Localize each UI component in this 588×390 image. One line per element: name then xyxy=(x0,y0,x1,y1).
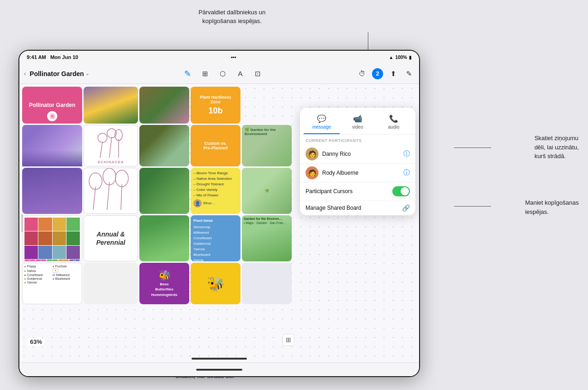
battery-icon: ▮ xyxy=(409,55,412,60)
rody-info-icon[interactable]: ⓘ xyxy=(403,169,410,177)
message-tab-icon: 💬 xyxy=(317,114,326,123)
annotation-right-bottom: Maniet kopīgošanasiespējas. xyxy=(525,198,579,216)
status-bar: 9:41 AM Mon Jun 10 ••• ▲ 100% ▮ xyxy=(19,51,419,64)
card-garden-env-mid: 🌿 xyxy=(242,168,292,214)
video-tab-icon: 📹 xyxy=(353,114,362,123)
card-annual-perennial: Annual &Perennial xyxy=(84,215,138,261)
clock-icon[interactable]: ⏱ xyxy=(356,68,367,79)
annotate-icon[interactable]: ✎ xyxy=(182,68,193,79)
card-echinacea-sketch: ECHINACEA xyxy=(84,125,138,166)
card-flowers-photo xyxy=(139,87,189,124)
status-time: 9:41 AM Mon Jun 10 xyxy=(27,54,78,60)
title-text: Pollinator Garden xyxy=(30,70,84,77)
toolbar: ‹ Pollinator Garden ⌄ ✎ ⊞ ⬡ A ⊡ ⏱ 2 xyxy=(19,64,419,84)
ann-line-right-bottom xyxy=(454,206,491,207)
danny-name: Danny Rico xyxy=(322,151,400,157)
cursors-label: Participant Cursors xyxy=(306,188,389,195)
card-butterfly-photo xyxy=(84,87,138,124)
annotation-right-top-text: Skatiet ziņojumudēli, lai uzzinātu,kurš … xyxy=(534,135,579,160)
message-tab-label: message xyxy=(312,124,331,130)
people-icon[interactable]: 2 xyxy=(372,68,383,79)
photo-icon[interactable]: ⊡ xyxy=(252,68,263,79)
card-garden-photo-3 xyxy=(139,215,189,261)
panel-tabs: 💬 message 📹 video 📞 audio xyxy=(300,108,415,135)
rody-name: Rody Albuerne xyxy=(322,170,400,176)
tab-audio[interactable]: 📞 audio xyxy=(376,112,412,134)
annotation-right-top: Skatiet ziņojumudēli, lai uzzinātu,kurš … xyxy=(534,134,579,161)
svg-line-6 xyxy=(93,187,96,210)
document-title[interactable]: Pollinator Garden ⌄ xyxy=(30,70,89,77)
annotation-top: Pārvaldiet dalībniekus unkopīgošanas ies… xyxy=(198,8,265,26)
board-content[interactable]: Pollinator Garden 🌸 Plant Hardiness xyxy=(22,87,300,349)
card-garden-env-top: 🌿 Garden for the Environment xyxy=(242,125,292,166)
grid-layout-icon: ⊞ xyxy=(286,336,291,343)
participants-panel: 💬 message 📹 video 📞 audio xyxy=(300,108,415,215)
bottom-bar xyxy=(19,362,419,376)
participant-rody: 🧑 Rody Albuerne ⓘ xyxy=(300,164,415,183)
grid-icon[interactable]: ⊞ xyxy=(199,68,210,79)
card-pollinator-title: Pollinator Garden 🌸 xyxy=(22,87,82,124)
danny-avatar: 🧑 xyxy=(306,148,318,160)
toolbar-center-icons: ✎ ⊞ ⬡ A ⊡ xyxy=(93,68,353,79)
svg-line-0 xyxy=(100,142,102,158)
annotation-right-bottom-text: Maniet kopīgošanasiespējas. xyxy=(525,199,579,215)
outer-background: Pārvaldiet dalībniekus unkopīgošanas ies… xyxy=(0,0,588,390)
back-button[interactable]: ‹ xyxy=(24,70,26,77)
card-row5-col2 xyxy=(84,263,138,304)
tab-message[interactable]: 💬 message xyxy=(304,112,340,134)
zoom-percent: 63% xyxy=(28,338,44,346)
card-garden-env-full: Garden for the Environ… • Maps · Garden … xyxy=(242,215,292,261)
card-bee-photo: 🐝 xyxy=(191,263,240,304)
card-color-chart: P F S C M xyxy=(22,215,82,261)
card-echinacea-cont xyxy=(84,168,138,214)
card-plant-items: ●Poppy ●Fuchsia ●Salvia ★ ●Coneflower MM… xyxy=(22,263,82,304)
title-chevron: ⌄ xyxy=(85,71,89,76)
card-garden-photo xyxy=(139,125,189,166)
svg-line-2 xyxy=(109,137,112,158)
card-hardiness: Plant Hardiness Zone 10b xyxy=(191,87,240,124)
status-right: ▲ 100% ▮ xyxy=(389,55,412,60)
sketch-svg xyxy=(91,128,132,160)
zone-value: 10b xyxy=(208,106,222,116)
ann-line-right-top xyxy=(454,148,491,148)
wifi-icon: ▲ xyxy=(389,55,394,60)
shape-icon[interactable]: ⬡ xyxy=(217,68,228,79)
participant-cursors-row: Participant Cursors xyxy=(300,183,415,201)
ipad-device: 9:41 AM Mon Jun 10 ••• ▲ 100% ▮ ‹ xyxy=(18,50,420,377)
grid-layout-button[interactable]: ⊞ xyxy=(282,334,294,346)
tab-video[interactable]: 📹 video xyxy=(340,112,376,134)
svg-point-1 xyxy=(98,133,107,142)
svg-line-7 xyxy=(107,182,109,210)
echinacea-label: ECHINACEA xyxy=(98,160,124,164)
manage-share-icon: 🔗 xyxy=(402,204,410,212)
pollinator-avatar: 🌸 xyxy=(47,111,57,121)
manage-shared-board-row[interactable]: Manage Shared Board 🔗 xyxy=(300,201,415,215)
svg-line-8 xyxy=(121,184,122,210)
color-grid xyxy=(24,218,80,259)
card-garden-photo-2 xyxy=(139,168,189,214)
toolbar-right-icons: ⏱ 2 ⬆ ✎ xyxy=(356,68,414,79)
danny-info-icon[interactable]: ⓘ xyxy=(403,150,410,158)
participant-danny: 🧑 Danny Rico ⓘ xyxy=(300,145,415,164)
annotation-top-text: Pārvaldiet dalībniekus unkopīgošanas ies… xyxy=(198,9,265,24)
cursors-toggle[interactable] xyxy=(392,186,410,196)
back-chevron: ‹ xyxy=(24,70,26,77)
canvas-area: Pollinator Garden 🌸 Plant Hardiness xyxy=(19,84,419,362)
drag-handle[interactable] xyxy=(21,214,23,232)
participants-section-label: CURRENT PARTICIPANTS xyxy=(300,135,415,145)
status-time-text: 9:41 AM xyxy=(27,54,46,60)
battery-text: 100% xyxy=(395,55,407,60)
annual-text: Annual &Perennial xyxy=(96,230,125,247)
video-tab-label: video xyxy=(352,124,363,130)
card-bloom-list: – Bloom Time Range – Native Area Selecti… xyxy=(191,168,240,214)
ipad-screen: 9:41 AM Mon Jun 10 ••• ▲ 100% ▮ ‹ xyxy=(19,51,419,376)
audio-tab-label: audio xyxy=(388,124,399,130)
card-bees-lavender xyxy=(22,125,82,166)
status-date-text: Mon Jun 10 xyxy=(50,54,78,60)
bloom-avatar: 👤 xyxy=(193,199,202,207)
edit-icon[interactable]: ✎ xyxy=(403,68,414,79)
share-icon[interactable]: ⬆ xyxy=(388,68,399,79)
manage-shared-board-label: Manage Shared Board xyxy=(306,205,398,211)
card-custom: Custom vs.Pre-Planned xyxy=(191,125,240,166)
text-icon[interactable]: A xyxy=(234,68,246,79)
